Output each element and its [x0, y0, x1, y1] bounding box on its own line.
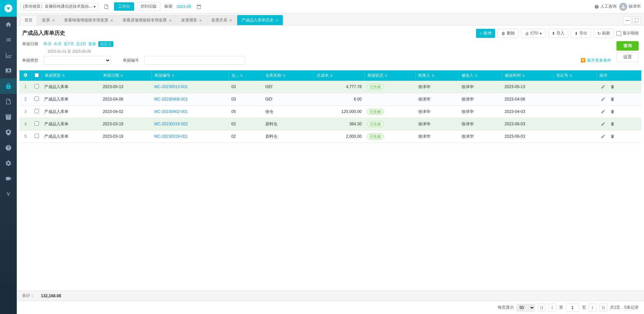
user-info[interactable]: 徐泽华	[619, 3, 641, 11]
tab-calc-close[interactable]: ×	[199, 18, 202, 23]
col-date-header[interactable]: 单据日期⇅	[100, 70, 151, 81]
col-status-header[interactable]: 单据状态⇅	[364, 70, 416, 81]
show-detail-label[interactable]: 显示明细	[616, 30, 639, 36]
tab-issue-close[interactable]: ×	[229, 18, 232, 23]
sidebar-item-v[interactable]: V	[0, 186, 17, 202]
sidebar-item-service[interactable]	[0, 140, 17, 155]
app-logo[interactable]	[0, 0, 17, 17]
edit-btn-2[interactable]	[599, 108, 607, 116]
col-cost-header[interactable]: 总成本⇅	[314, 70, 364, 81]
tab-expand-btn[interactable]: ⛶	[633, 16, 641, 24]
page-prev-btn[interactable]: ⟨	[548, 304, 556, 312]
tab-input-vat[interactable]: 查看进项增值税专用发票 ×	[118, 15, 176, 25]
sidebar-item-home[interactable]	[0, 17, 17, 32]
cell-checkbox-3[interactable]	[32, 118, 42, 130]
sidebar-item-lock[interactable]	[0, 78, 17, 94]
col-creator-header[interactable]: 制单人⇅	[416, 70, 459, 81]
delete-btn-2[interactable]	[608, 108, 616, 116]
doc-icon-btn[interactable]	[101, 2, 111, 11]
page-first-btn[interactable]: ⟨⟨	[538, 304, 546, 312]
delete-button[interactable]: 🗑 删除	[498, 29, 519, 38]
delete-btn-4[interactable]	[608, 132, 616, 140]
page-num-input[interactable]	[566, 304, 579, 312]
page-size-select[interactable]: 50 100 200	[517, 304, 535, 311]
cell-modtime-4: 2023-06-03	[502, 130, 553, 143]
sidebar-item-inventory[interactable]	[0, 109, 17, 125]
export-button[interactable]: ⬇ 导出	[571, 29, 591, 38]
doc-number-link-0[interactable]: MC-20230513-001	[154, 84, 188, 89]
doc-number-link-2[interactable]: MC-20230402-001	[154, 109, 188, 114]
tab-calc[interactable]: 发票测算 ×	[177, 15, 206, 25]
show-detail-checkbox[interactable]	[616, 31, 621, 36]
col-checkbox-header[interactable]	[32, 70, 42, 81]
sidebar-item-document[interactable]	[0, 94, 17, 109]
sidebar-item-tax[interactable]	[0, 63, 17, 78]
doc-number-link-3[interactable]: MC-20230319-002	[154, 122, 188, 126]
type-filter-select[interactable]	[44, 56, 111, 65]
refresh-button[interactable]: ↻ 刷新	[594, 29, 614, 38]
tab-invoice-close[interactable]: ×	[52, 18, 55, 23]
cell-number-1[interactable]: MC-20230406-001	[152, 93, 229, 106]
sidebar-item-list[interactable]	[0, 32, 17, 48]
tab-sales-vat[interactable]: 查看销项增值税专用发票 ×	[60, 15, 117, 25]
import-button[interactable]: ⬆ 导入	[548, 29, 568, 38]
cell-number-4[interactable]: MC-20230319-001	[152, 130, 229, 143]
col-number-header[interactable]: 单据编号⇅	[152, 70, 229, 81]
query-button[interactable]: 查询	[616, 41, 639, 51]
edit-btn-3[interactable]	[599, 120, 607, 128]
sidebar-item-settings[interactable]	[0, 155, 17, 171]
tab-sales-vat-close[interactable]: ×	[110, 18, 113, 23]
expand-filter-btn[interactable]: 🔽 展开更多条件	[581, 58, 611, 63]
set-button[interactable]: 设置	[616, 52, 639, 62]
cell-checkbox-2[interactable]	[32, 106, 42, 118]
sidebar-item-stamp[interactable]	[0, 125, 17, 140]
shortcut-7days[interactable]: 近7天	[64, 41, 74, 47]
edit-btn-1[interactable]	[599, 95, 607, 103]
cell-checkbox-1[interactable]	[32, 93, 42, 106]
delete-btn-0[interactable]	[608, 83, 616, 91]
tab-issue[interactable]: 发票开具 ×	[207, 15, 236, 25]
col-settings[interactable]	[19, 70, 32, 81]
tab-minimize-btn[interactable]: —	[623, 16, 631, 24]
col-type-header[interactable]: 单据类型⇅	[42, 70, 100, 81]
cell-number-0[interactable]: MC-20230513-001	[152, 81, 229, 93]
tab-home[interactable]: 首页	[20, 15, 37, 25]
col-wname-header[interactable]: 仓库名称⇅	[263, 70, 314, 81]
new-button[interactable]: + 新增	[476, 29, 495, 38]
tab-input-vat-close[interactable]: ×	[169, 18, 171, 23]
shortcut-today[interactable]: 今天	[54, 41, 62, 47]
edit-btn-0[interactable]	[599, 83, 607, 91]
cell-checkbox-4[interactable]	[32, 130, 42, 143]
cell-number-3[interactable]: MC-20230319-002	[152, 118, 229, 130]
shortcut-yesterday[interactable]: 昨天	[44, 41, 52, 47]
select-all-checkbox[interactable]	[35, 73, 39, 77]
col-wcode-header[interactable]: 仓...⇅	[229, 70, 263, 81]
cell-number-2[interactable]: MC-20230402-001	[152, 106, 229, 118]
delete-btn-3[interactable]	[608, 120, 616, 128]
col-modifier-header[interactable]: 修改人⇅	[459, 70, 502, 81]
doc-number-link-1[interactable]: MC-20230406-001	[154, 97, 188, 102]
help-button[interactable]: 人工咨询	[594, 4, 616, 9]
number-filter-input[interactable]	[144, 56, 245, 65]
print-button[interactable]: 🖨 打印 ▾	[521, 29, 545, 38]
calendar-icon-btn[interactable]	[194, 2, 204, 11]
cell-checkbox-0[interactable]	[32, 81, 42, 93]
company-selector[interactable]: (库存核算）直播轻纯通信息技术股份... ▾	[20, 3, 99, 10]
page-next-btn[interactable]: ⟩	[589, 304, 597, 312]
col-voucher-header[interactable]: 凭证号⇅	[553, 70, 597, 81]
tab-history[interactable]: 产成品入库单历史 ×	[237, 15, 283, 25]
custom-tag[interactable]: 自定义	[98, 41, 113, 47]
sidebar-item-chart[interactable]	[0, 48, 17, 63]
shortcut-more[interactable]: 更多	[88, 41, 96, 47]
switch-version-button[interactable]: 切到旧版	[137, 2, 160, 11]
tab-history-close[interactable]: ×	[276, 18, 278, 23]
col-modtime-header[interactable]: 修改时间⇅	[502, 70, 553, 81]
sidebar-item-video[interactable]	[0, 171, 17, 186]
edit-btn-4[interactable]	[599, 132, 607, 140]
workbench-button[interactable]: 工作台	[114, 2, 134, 11]
tab-invoice[interactable]: 发票 ×	[38, 15, 59, 25]
delete-btn-1[interactable]	[608, 95, 616, 103]
doc-number-link-4[interactable]: MC-20230319-001	[154, 134, 188, 139]
page-last-btn[interactable]: ⟩⟩	[599, 304, 607, 312]
shortcut-1month[interactable]: 近1月	[76, 41, 87, 47]
